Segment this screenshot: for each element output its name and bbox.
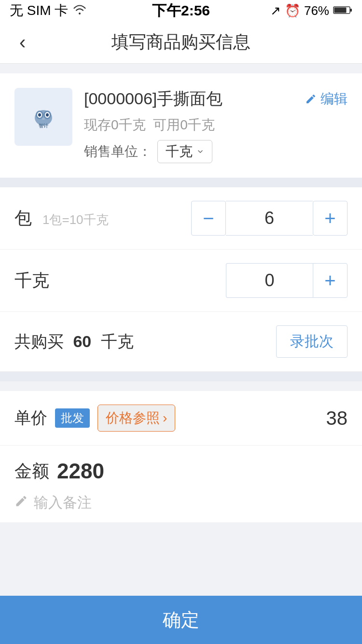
remark-row[interactable]: 输入备注 [14,493,348,513]
wifi-icon [73,4,86,17]
bag-plus-button[interactable]: + [313,201,348,236]
location-icon: ↗ [270,3,281,18]
battery-label: 76% [304,3,329,18]
svg-point-8 [38,113,41,117]
alarm-icon: ⏰ [285,3,300,18]
amount-value: 2280 [57,459,104,483]
svg-point-9 [46,113,49,117]
kg-label: 千克 [14,270,49,290]
edit-button[interactable]: 编辑 [305,90,348,108]
back-button[interactable]: ‹ [14,27,30,58]
kg-qty-controls: + [226,263,348,298]
unit-label: 销售单位： [84,142,152,161]
price-tag: 批发 [55,408,90,428]
bag-hint: 1包=10千克 [42,212,109,227]
product-name: [0000006]手撕面包 [84,88,223,110]
remark-label: 输入备注 [34,493,92,513]
pencil-icon [14,494,28,511]
amount-row: 金额 2280 [14,459,348,483]
bag-label: 包 [14,208,32,228]
price-left: 单价 批发 价格参照 › [14,405,175,432]
bag-quantity-row: 包 1包=10千克 − + [0,187,362,250]
status-bar: 无 SIM 卡 下午2:56 ↗ ⏰ 76% [0,0,362,21]
svg-text:智计: 智计 [38,123,49,128]
price-ref-button[interactable]: 价格参照 › [97,405,175,432]
amount-label: 金额 [14,460,49,483]
carrier-label: 无 SIM 卡 [10,1,68,20]
bag-quantity-input[interactable] [226,201,313,236]
product-unit-row: 销售单位： 千克 [84,140,348,163]
nav-title: 填写商品购买信息 [111,30,251,54]
price-value: 38 [326,407,348,429]
batch-button[interactable]: 录批次 [276,325,348,358]
svg-rect-2 [334,7,347,13]
total-purchase-text: 共购买 60 千克 [14,331,134,353]
product-card: 智计 [0000006]手撕面包 编辑 现存0千克 可用0千克 销售单位： 千克 [0,73,362,178]
price-label: 单价 [14,407,47,429]
battery-icon [333,3,352,18]
nav-bar: ‹ 填写商品购买信息 [0,21,362,64]
section-divider-2 [0,372,362,381]
svg-point-10 [42,118,45,120]
product-thumbnail: 智计 [14,88,72,146]
kg-plus-button[interactable]: + [313,263,348,298]
product-stock: 现存0千克 可用0千克 [84,116,348,134]
price-section: 单价 批发 价格参照 › 38 [0,391,362,446]
edit-label: 编辑 [320,90,348,108]
unit-selector[interactable]: 千克 [157,140,212,163]
section-divider-1 [0,178,362,187]
input-section: 包 1包=10千克 − + 千克 + [0,187,362,312]
product-info: [0000006]手撕面包 编辑 现存0千克 可用0千克 销售单位： 千克 [84,88,348,163]
confirm-button[interactable]: 确定 [0,596,362,644]
amount-section: 金额 2280 输入备注 [0,446,362,522]
kg-quantity-row: 千克 + [0,250,362,312]
status-time: 下午2:56 [152,1,210,21]
total-purchase-row: 共购买 60 千克 录批次 [0,312,362,372]
kg-quantity-input[interactable] [226,263,313,298]
svg-rect-1 [350,9,352,12]
bag-qty-controls: − + [191,201,348,236]
bag-minus-button[interactable]: − [191,201,226,236]
